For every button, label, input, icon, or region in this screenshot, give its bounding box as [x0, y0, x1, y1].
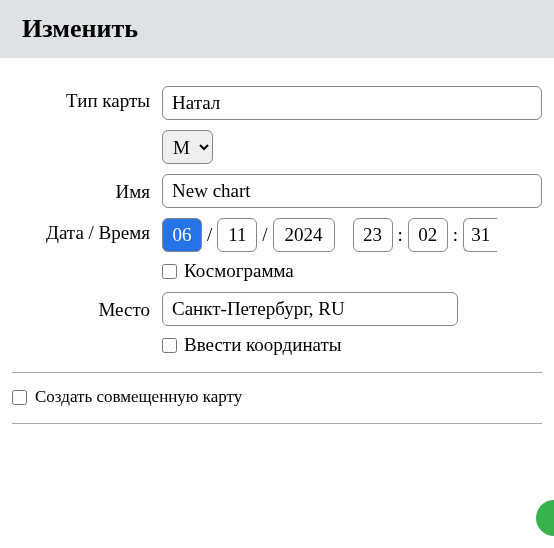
- second-input[interactable]: [463, 218, 497, 252]
- divider-1: [12, 372, 542, 373]
- combined-chart-row[interactable]: Создать совмещенную карту: [0, 387, 554, 407]
- time-sep-1: :: [393, 224, 408, 246]
- label-place: Место: [0, 292, 162, 323]
- coords-checkbox-row[interactable]: Ввести координаты: [162, 334, 554, 356]
- day-input[interactable]: [162, 218, 202, 252]
- combined-chart-checkbox[interactable]: [12, 390, 27, 405]
- chart-type-input[interactable]: [162, 86, 542, 120]
- label-name: Имя: [0, 174, 162, 205]
- cosmogram-checkbox[interactable]: [162, 264, 177, 279]
- year-input[interactable]: [273, 218, 335, 252]
- row-place: Место Ввести координаты: [0, 292, 554, 356]
- date-sep-1: /: [202, 224, 217, 246]
- row-chart-type: Тип карты M: [0, 86, 554, 164]
- divider-2: [12, 423, 542, 424]
- place-input[interactable]: [162, 292, 458, 326]
- combined-chart-label: Создать совмещенную карту: [35, 387, 242, 407]
- gender-select[interactable]: M: [162, 130, 213, 164]
- row-name: Имя: [0, 174, 554, 208]
- title-bar: Изменить: [0, 0, 554, 58]
- date-time-group: / / : :: [162, 218, 554, 252]
- cosmogram-label: Космограмма: [184, 260, 294, 282]
- row-date-time: Дата / Время / / : : Космограмма: [0, 218, 554, 282]
- name-input[interactable]: [162, 174, 542, 208]
- hour-input[interactable]: [353, 218, 393, 252]
- page-title: Изменить: [22, 14, 532, 44]
- submit-button[interactable]: [536, 500, 554, 536]
- month-input[interactable]: [217, 218, 257, 252]
- label-chart-type: Тип карты: [0, 86, 162, 114]
- date-sep-2: /: [257, 224, 272, 246]
- time-sep-2: :: [448, 224, 463, 246]
- cosmogram-checkbox-row[interactable]: Космограмма: [162, 260, 554, 282]
- coords-label: Ввести координаты: [184, 334, 342, 356]
- label-date-time: Дата / Время: [0, 218, 162, 246]
- minute-input[interactable]: [408, 218, 448, 252]
- form-area: Тип карты M Имя Дата / Время / /: [0, 58, 554, 424]
- coords-checkbox[interactable]: [162, 338, 177, 353]
